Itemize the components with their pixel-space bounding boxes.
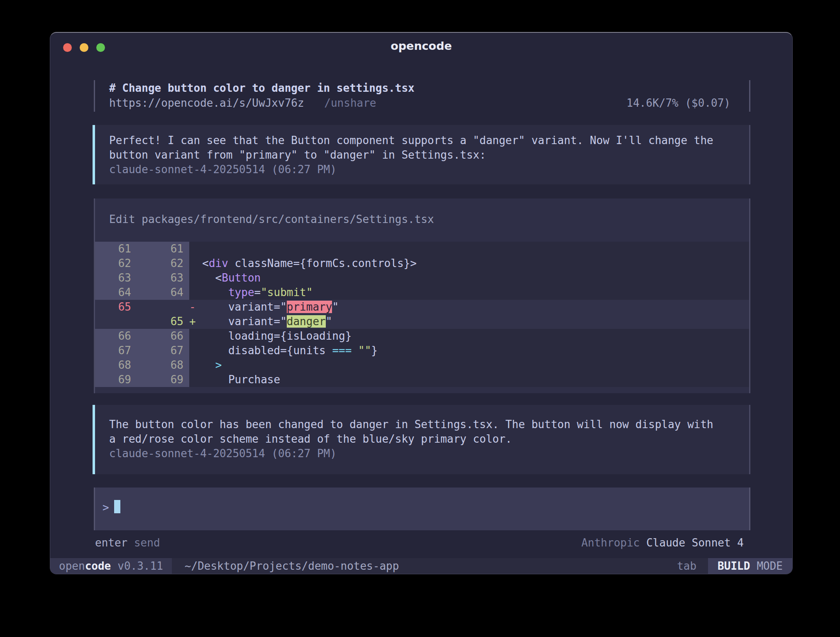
window-titlebar: opencode — [50, 33, 792, 59]
new-line-number: 66 — [142, 329, 189, 343]
opencode-terminal-window: opencode # Change button color to danger… — [50, 32, 793, 574]
new-line-number — [142, 300, 189, 314]
diff-row: 6868 > — [95, 358, 749, 372]
token-usage-cost: 14.6K/7% ($0.07) — [627, 96, 730, 110]
diff-row: 6262 <div className={formCs.controls}> — [95, 256, 749, 271]
chat-content: # Change button color to danger in setti… — [50, 80, 792, 550]
share-url-link[interactable]: https://opencode.ai/s/UwJxv76z — [109, 97, 304, 109]
old-line-number: 61 — [95, 242, 142, 256]
assistant-message: The button color has been changed to dan… — [93, 405, 750, 474]
old-line-number: 66 — [95, 329, 142, 343]
new-line-number: 65 — [142, 314, 189, 329]
diff-code-line: > — [189, 358, 749, 372]
diff-code-line: <Button — [189, 271, 749, 285]
mode-segment[interactable]: BUILD MODE — [708, 558, 792, 574]
diff-row: 6969 Purchase — [95, 372, 749, 387]
diff-row: 6767 disabled={units === ""} — [95, 343, 749, 358]
message-meta: claude-sonnet-4-20250514 (06:27 PM) — [109, 446, 749, 461]
diff-row: 65- variant="primary" — [95, 300, 749, 314]
edit-tool-block: Edit packages/frontend/src/containers/Se… — [94, 198, 750, 393]
send-action-label: send — [134, 537, 160, 549]
diff-view: 61616262 <div className={formCs.controls… — [95, 242, 749, 387]
diff-row: 65+ variant="danger" — [95, 314, 749, 329]
old-line-number: 65 — [95, 300, 142, 314]
model-indicator: Anthropic Claude Sonnet 4 — [581, 536, 744, 550]
session-title: # Change button color to danger in setti… — [109, 81, 749, 96]
diff-code-line: Purchase — [189, 372, 749, 387]
window-title: opencode — [50, 33, 792, 52]
traffic-lights — [63, 43, 105, 52]
old-line-number: 63 — [95, 271, 142, 285]
old-line-number: 67 — [95, 343, 142, 358]
status-bar: opencode v0.3.11 ~/Desktop/Projects/demo… — [50, 558, 792, 574]
edit-tool-title: Edit packages/frontend/src/containers/Se… — [95, 212, 749, 227]
new-line-number: 61 — [142, 242, 189, 256]
prompt-input[interactable]: > — [94, 488, 750, 530]
diff-row: 6464 type="submit" — [95, 285, 749, 300]
diff-code-line: disabled={units === ""} — [189, 343, 749, 358]
app-name-open: open — [59, 560, 85, 572]
new-line-number: 64 — [142, 285, 189, 300]
old-line-number: 69 — [95, 372, 142, 387]
diff-code-line: <div className={formCs.controls}> — [189, 256, 749, 271]
old-line-number: 62 — [95, 256, 142, 271]
old-line-number: 68 — [95, 358, 142, 372]
hint-bar: enter send Anthropic Claude Sonnet 4 — [93, 536, 750, 550]
diff-code-line: + variant="danger" — [189, 314, 749, 329]
new-line-number: 69 — [142, 372, 189, 387]
unshare-command[interactable]: /unshare — [324, 97, 376, 109]
tab-key-hint: tab — [677, 558, 696, 574]
message-line: The button color has been changed to dan… — [109, 417, 749, 432]
message-line: a red/rose color scheme instead of the b… — [109, 432, 749, 446]
text-cursor — [114, 500, 120, 513]
provider-label: Anthropic — [581, 537, 640, 549]
new-line-number: 63 — [142, 271, 189, 285]
minimize-window-button[interactable] — [80, 43, 88, 52]
message-line: button variant from "primary" to "danger… — [109, 148, 749, 162]
status-right: tab BUILD MODE — [677, 558, 792, 574]
zoom-window-button[interactable] — [96, 43, 105, 52]
model-label: Claude Sonnet 4 — [646, 537, 744, 549]
new-line-number: 62 — [142, 256, 189, 271]
diff-code-line: type="submit" — [189, 285, 749, 300]
app-version: v0.3.11 — [117, 560, 163, 572]
diff-code-line: loading={isLoading} — [189, 329, 749, 343]
assistant-message: Perfect! I can see that the Button compo… — [93, 125, 750, 184]
enter-key-hint: enter — [95, 537, 127, 549]
message-meta: claude-sonnet-4-20250514 (06:27 PM) — [109, 162, 749, 177]
prompt-caret: > — [103, 501, 109, 514]
close-window-button[interactable] — [63, 43, 72, 52]
mode-suffix: MODE — [757, 560, 783, 572]
status-left: opencode v0.3.11 ~/Desktop/Projects/demo… — [50, 558, 399, 574]
mode-name: BUILD — [718, 560, 750, 572]
diff-row: 6666 loading={isLoading} — [95, 329, 749, 343]
new-line-number: 67 — [142, 343, 189, 358]
diff-code-line — [189, 242, 749, 256]
working-directory: ~/Desktop/Projects/demo-notes-app — [185, 558, 399, 574]
diff-row: 6363 <Button — [95, 271, 749, 285]
old-line-number: 64 — [95, 285, 142, 300]
diff-row: 6161 — [95, 242, 749, 256]
new-line-number: 68 — [142, 358, 189, 372]
diff-code-line: - variant="primary" — [189, 300, 749, 314]
message-line: Perfect! I can see that the Button compo… — [109, 133, 749, 148]
send-hint: enter send — [95, 536, 160, 550]
old-line-number — [95, 314, 142, 329]
app-name-code: code — [85, 560, 111, 572]
session-header: # Change button color to danger in setti… — [94, 80, 750, 112]
app-version-segment: opencode v0.3.11 — [50, 558, 172, 574]
